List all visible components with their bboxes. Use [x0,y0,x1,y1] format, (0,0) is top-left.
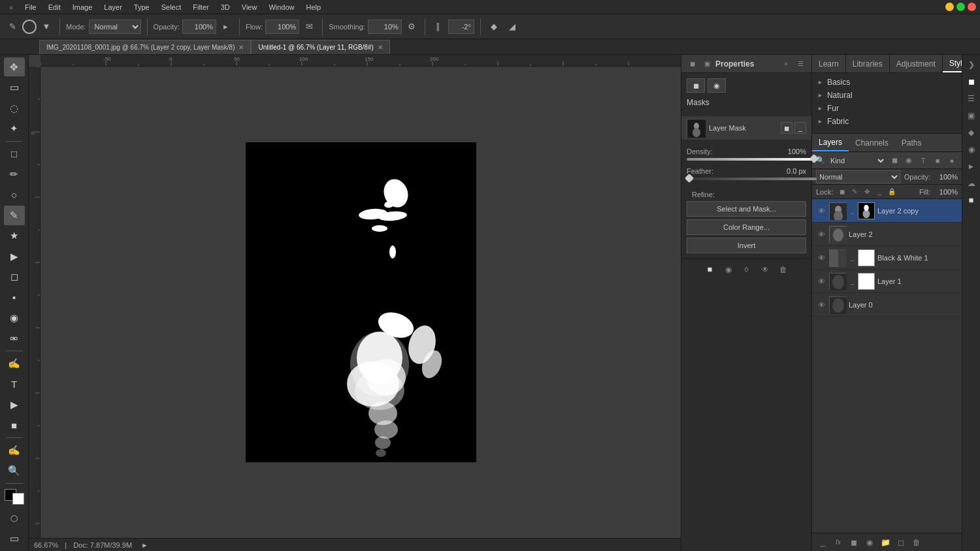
lasso-tool[interactable]: ◌ [4,99,25,118]
lock-pixels-icon[interactable]: ✎ [849,187,860,197]
layer-row[interactable]: 👁 Layer 2 [812,223,962,246]
move-tool[interactable]: ✥ [4,57,25,76]
brush-preview[interactable] [22,20,37,34]
menu-help[interactable]: Help [301,2,327,12]
pressure-icon[interactable]: ◆ [487,20,501,34]
tab-untitled[interactable]: Untitled-1 @ 66.7% (Layer 11, RGB/8#) ✕ [251,40,389,54]
tab-libraries[interactable]: Libraries [846,55,890,72]
blur-tool[interactable]: ◉ [4,309,25,328]
smoothing-input[interactable] [368,20,402,34]
vi-camera-icon[interactable]: ☁ [964,176,979,191]
menu-image[interactable]: Image [67,2,98,12]
menu-view[interactable]: View [237,2,263,12]
layers-kind-select[interactable]: Kind [828,156,886,165]
vector-mask-icon[interactable]: ◉ [708,78,726,93]
brush-icon[interactable]: ✎ [5,20,20,34]
invert-button[interactable]: Invert [687,238,806,253]
lock-artboard-icon[interactable]: ⎯ [874,187,885,197]
mode-select[interactable]: Normal [89,20,141,34]
screen-mode-btn[interactable]: ▭ [4,529,25,548]
style-natural[interactable]: ► Natural [812,89,962,102]
text-tool[interactable]: T [4,375,25,394]
airbrush-icon[interactable]: ▸ [219,20,233,34]
layer-link-icon[interactable]: ⎯ [816,536,829,549]
filter-smart-icon[interactable]: ● [946,155,958,166]
properties-expand-icon[interactable]: » [780,58,792,70]
maximize-button[interactable] [956,3,965,11]
layer-row[interactable]: 👁 ⎯ Layer 2 copy [812,199,962,223]
layer-adjustment-icon[interactable]: ◉ [863,536,876,549]
hand-tool[interactable]: ✍ [4,441,25,460]
properties-menu-icon[interactable]: ☰ [794,58,806,70]
angle-input[interactable] [448,20,474,34]
flow-icon[interactable]: ✉ [302,20,316,34]
smoothing-icon[interactable]: ⚙ [404,20,419,34]
layers-tab-paths[interactable]: Paths [895,134,928,151]
close-button[interactable] [968,3,976,11]
quick-mask-btn[interactable]: ◯ [4,509,25,527]
healing-tool[interactable]: ○ [4,185,25,204]
filter-shape-icon[interactable]: ■ [932,155,943,166]
style-basics[interactable]: ► Basics [812,76,962,89]
canvas-document[interactable] [246,142,476,462]
density-slider[interactable] [687,158,817,161]
canvas-viewport[interactable] [41,67,681,538]
vi-expand-icon[interactable]: ❯ [964,57,979,72]
eyedropper-tool[interactable]: ✏ [4,165,25,183]
mask-link-btn[interactable]: ⎯ [794,122,806,134]
marquee-tool[interactable]: ▭ [4,78,25,97]
layer-mask-icon[interactable]: ◼ [847,536,860,549]
menu-window[interactable]: Window [263,2,299,12]
path-selection-tool[interactable]: ▶ [4,395,25,414]
prop-bottom-icon-2[interactable]: ◉ [722,263,735,276]
history-tool[interactable]: ▶ [4,247,25,266]
vi-properties-icon[interactable]: ◼ [964,74,979,89]
menu-type[interactable]: Type [129,2,155,12]
status-arrow[interactable]: ► [141,541,148,549]
mask-view-btn[interactable]: ◼ [781,122,792,134]
layer-folder-icon[interactable]: 📁 [879,536,892,549]
pixel-mask-icon[interactable]: ◼ [687,78,705,93]
crop-tool[interactable]: □ [4,144,25,163]
layer-row[interactable]: 👁 Layer 0 [812,293,962,317]
sample-icon[interactable]: ◢ [505,20,519,34]
properties-image-icon[interactable]: ◼ [687,58,698,70]
pen-tool[interactable]: ✍ [4,354,25,373]
prop-bottom-icon-3[interactable]: ◊ [740,263,753,276]
brush-options-icon[interactable]: ▼ [39,20,54,34]
prop-bottom-trash[interactable]: 🗑 [777,263,790,276]
layer-visibility-toggle[interactable]: 👁 [816,300,826,310]
menu-file[interactable]: File [20,2,42,12]
menu-select[interactable]: Select [156,2,187,12]
layers-tab-channels[interactable]: Channels [849,134,895,151]
menu-layer[interactable]: Layer [99,2,127,12]
style-fabric[interactable]: ► Fabric [812,115,962,128]
layer-visibility-toggle[interactable]: 👁 [816,206,826,216]
magic-wand-tool[interactable]: ✦ [4,119,25,138]
layer-visibility-toggle[interactable]: 👁 [816,253,826,263]
shape-tool[interactable]: ■ [4,416,25,435]
lock-position-icon[interactable]: ✥ [862,187,872,197]
lock-all-icon[interactable]: 🔒 [887,187,897,197]
layer-row[interactable]: 👁 ⎯ Black & White 1 [812,246,962,270]
menu-edit[interactable]: Edit [43,2,66,12]
blend-mode-select[interactable]: Normal [816,170,900,183]
dodge-tool[interactable]: ⚮ [4,329,25,348]
zoom-tool[interactable]: 🔍 [4,462,25,480]
filter-adjust-icon[interactable]: ◉ [903,155,915,166]
layer-new-icon[interactable]: ◻ [894,536,907,549]
minimize-button[interactable] [945,3,954,11]
properties-mask-icon[interactable]: ▣ [701,58,713,70]
layer-visibility-toggle[interactable]: 👁 [816,276,826,287]
select-mask-button[interactable]: Select and Mask... [687,201,806,217]
layers-tab-layers[interactable]: Layers [812,134,849,151]
brush-tool[interactable]: ✎ [4,206,25,225]
layer-delete-icon[interactable]: 🗑 [910,536,923,549]
clone-tool[interactable]: ★ [4,227,25,245]
menu-filter[interactable]: Filter [188,2,214,12]
color-range-button[interactable]: Color Range... [687,219,806,235]
prop-bottom-icon-1[interactable]: ◽ [704,263,717,276]
vi-history-icon[interactable]: ◉ [964,142,979,157]
eraser-tool[interactable]: ◻ [4,268,25,287]
menu-3d[interactable]: 3D [216,2,235,12]
